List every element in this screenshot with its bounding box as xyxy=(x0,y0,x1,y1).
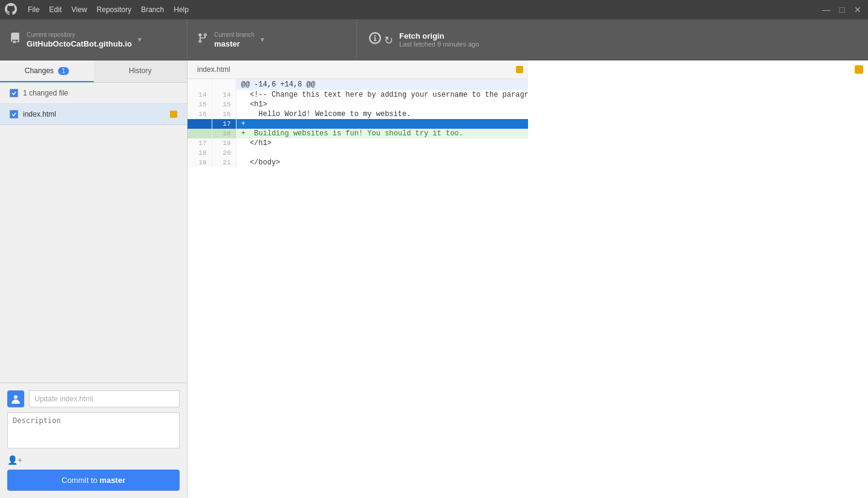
main-layout: Changes 1 History 1 changed file index.h… xyxy=(0,60,868,498)
line-content: </body> xyxy=(236,158,528,167)
old-line-num: 18 xyxy=(188,148,212,158)
diff-header: index.html xyxy=(188,60,528,79)
current-branch-section[interactable]: Current branch master ▼ xyxy=(188,19,357,60)
old-line-num: 16 xyxy=(188,109,212,119)
file-list-header: 1 changed file xyxy=(0,83,187,104)
repo-icon xyxy=(10,33,21,47)
diff-area: index.html @@ -14,6 +14,8 @@ 14 14 xyxy=(188,60,528,498)
old-line-num: 19 xyxy=(188,158,212,167)
window-controls: — □ ✕ xyxy=(821,5,863,15)
line-content: Hello World! Welcome to my website. xyxy=(236,109,528,119)
fetch-icon: ↻ xyxy=(369,32,393,47)
file-item-index-html[interactable]: index.html xyxy=(0,104,187,125)
old-line-num: 14 xyxy=(188,90,212,100)
fetch-label: Fetch origin xyxy=(399,31,479,40)
sidebar: Changes 1 History 1 changed file index.h… xyxy=(0,60,188,498)
file-list: index.html xyxy=(0,104,187,244)
menu-bar: File Edit View Repository Branch Help xyxy=(28,5,189,14)
current-repo-info: Current repository GitHubOctoCatBot.gith… xyxy=(27,31,132,48)
hunk-old-num xyxy=(188,79,212,90)
menu-edit[interactable]: Edit xyxy=(49,5,62,14)
line-content: + xyxy=(236,119,528,129)
table-row: 17 + xyxy=(188,119,528,129)
fetch-text: Fetch origin Last fetched 9 minutes ago xyxy=(399,31,479,48)
changes-badge: 1 xyxy=(58,67,69,75)
toolbar: Current repository GitHubOctoCatBot.gith… xyxy=(0,19,868,60)
old-line-num xyxy=(188,119,212,129)
line-content: <!-- Change this text here by adding you… xyxy=(236,90,528,100)
commit-button-label: Commit to master xyxy=(62,476,125,485)
current-branch-value: master xyxy=(214,39,255,48)
right-panel-empty xyxy=(528,60,869,498)
tab-changes[interactable]: Changes 1 xyxy=(0,60,94,82)
menu-view[interactable]: View xyxy=(71,5,87,14)
diff-file-badge xyxy=(516,66,523,73)
filename-label: index.html xyxy=(23,110,165,118)
file-checkbox[interactable] xyxy=(10,110,18,118)
current-repo-section[interactable]: Current repository GitHubOctoCatBot.gith… xyxy=(0,19,188,60)
new-line-num: 16 xyxy=(212,109,236,119)
file-modified-badge xyxy=(170,111,177,118)
tab-history-label: History xyxy=(129,66,151,75)
new-line-num: 15 xyxy=(212,100,236,109)
tab-history[interactable]: History xyxy=(94,60,188,82)
tab-changes-label: Changes xyxy=(25,66,54,75)
new-line-num: 14 xyxy=(212,90,236,100)
titlebar: File Edit View Repository Branch Help — … xyxy=(0,0,868,19)
branch-icon xyxy=(197,33,208,47)
old-line-num: 17 xyxy=(188,138,212,148)
coauthor-icon: 👤+ xyxy=(7,455,22,465)
current-branch-info: Current branch master xyxy=(214,31,255,48)
current-branch-label: Current branch xyxy=(214,31,255,38)
hunk-new-num xyxy=(212,79,236,90)
file-list-count: 1 changed file xyxy=(23,89,68,97)
sidebar-spacer xyxy=(0,244,187,383)
fetch-sublabel: Last fetched 9 minutes ago xyxy=(399,40,479,48)
table-row: 19 21 </body> xyxy=(188,158,528,167)
new-line-num: 18 xyxy=(212,129,236,138)
menu-branch[interactable]: Branch xyxy=(141,5,164,14)
old-line-num xyxy=(188,129,212,138)
table-row: 16 16 Hello World! Welcome to my website… xyxy=(188,109,528,119)
commit-message-row xyxy=(7,390,180,407)
hunk-header-content: @@ -14,6 +14,8 @@ xyxy=(236,79,528,90)
menu-repository[interactable]: Repository xyxy=(97,5,131,14)
minimize-button[interactable]: — xyxy=(821,5,832,15)
sidebar-tabs: Changes 1 History xyxy=(0,60,187,83)
table-row: 15 15 <h1> xyxy=(188,100,528,109)
table-row: 14 14 <!-- Change this text here by addi… xyxy=(188,90,528,100)
commit-description-input[interactable] xyxy=(7,412,180,448)
line-content: <h1> xyxy=(236,100,528,109)
line-content: + Building websites is fun! You should t… xyxy=(236,129,528,138)
commit-message-input[interactable] xyxy=(29,390,180,407)
commit-footer: 👤+ xyxy=(7,455,180,465)
github-logo-icon xyxy=(5,3,22,17)
commit-avatar xyxy=(7,390,24,407)
select-all-checkbox[interactable] xyxy=(10,89,18,97)
new-line-num: 20 xyxy=(212,148,236,158)
diff-filename: index.html xyxy=(197,65,230,74)
maximize-button[interactable]: □ xyxy=(837,5,847,15)
fetch-origin-section[interactable]: ↻ Fetch origin Last fetched 9 minutes ag… xyxy=(357,31,868,48)
line-content: </h1> xyxy=(236,138,528,148)
table-row: 18 20 xyxy=(188,148,528,158)
line-content xyxy=(236,148,528,158)
menu-help[interactable]: Help xyxy=(174,5,189,14)
commit-button[interactable]: Commit to master xyxy=(7,470,180,491)
diff-content[interactable]: @@ -14,6 +14,8 @@ 14 14 <!-- Change this… xyxy=(188,79,528,498)
current-repo-label: Current repository xyxy=(27,31,132,38)
new-line-num: 21 xyxy=(212,158,236,167)
commit-area: 👤+ Commit to master xyxy=(0,383,187,498)
table-row: 17 19 </h1> xyxy=(188,138,528,148)
right-panel-badge xyxy=(855,65,863,74)
new-line-num: 19 xyxy=(212,138,236,148)
close-button[interactable]: ✕ xyxy=(852,5,863,15)
old-line-num: 15 xyxy=(188,100,212,109)
current-repo-value: GitHubOctoCatBot.github.io xyxy=(27,39,132,48)
repo-dropdown-icon: ▼ xyxy=(137,36,143,43)
menu-file[interactable]: File xyxy=(28,5,39,14)
diff-table: @@ -14,6 +14,8 @@ 14 14 <!-- Change this… xyxy=(188,79,528,167)
table-row: 18 + Building websites is fun! You shoul… xyxy=(188,129,528,138)
diff-hunk-header: @@ -14,6 +14,8 @@ xyxy=(188,79,528,90)
branch-dropdown-icon: ▼ xyxy=(259,36,266,43)
